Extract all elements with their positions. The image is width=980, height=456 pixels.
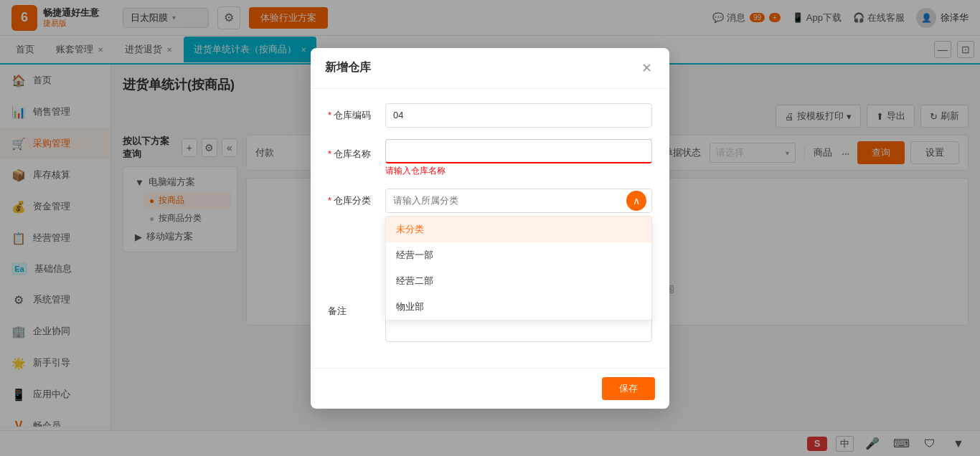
dialog-header: 新增仓库 ✕	[311, 48, 669, 89]
category-dropdown-list: 未分类 经营一部 经营二部 物业部	[385, 216, 652, 320]
category-label: 仓库分类	[328, 189, 385, 207]
notes-label: 备注	[328, 299, 385, 318]
name-label: 仓库名称	[328, 142, 385, 161]
code-label: 仓库编码	[328, 103, 385, 122]
dropdown-item-dept2[interactable]: 经营二部	[386, 268, 651, 294]
dialog-close-button[interactable]: ✕	[638, 60, 655, 77]
dropdown-item-property[interactable]: 物业部	[386, 294, 651, 320]
dialog-title: 新增仓库	[325, 60, 371, 75]
dialog-body: 仓库编码 仓库名称 请输入仓库名称 仓库分类 ∧ 未分类	[311, 89, 669, 368]
form-row-category: 仓库分类 ∧ 未分类 经营一部 经营二部 物业部	[328, 189, 652, 213]
category-select-wrap: ∧ 未分类 经营一部 经营二部 物业部	[385, 189, 652, 213]
save-button[interactable]: 保存	[602, 377, 655, 400]
name-input[interactable]	[385, 139, 652, 163]
dropdown-item-unclassified[interactable]: 未分类	[386, 217, 651, 242]
dialog-footer: 保存	[311, 368, 669, 409]
dropdown-item-dept1[interactable]: 经营一部	[386, 242, 651, 268]
form-row-name: 仓库名称 请输入仓库名称	[328, 139, 652, 177]
form-row-code: 仓库编码	[328, 103, 652, 128]
dialog-new-warehouse: 新增仓库 ✕ 仓库编码 仓库名称 请输入仓库名称 仓库分类	[311, 48, 669, 409]
category-dropdown-arrow[interactable]: ∧	[626, 191, 646, 211]
modal-overlay[interactable]: 新增仓库 ✕ 仓库编码 仓库名称 请输入仓库名称 仓库分类	[0, 0, 980, 456]
code-input[interactable]	[385, 103, 652, 128]
category-input[interactable]	[385, 189, 652, 213]
name-error-tip: 请输入仓库名称	[328, 165, 446, 177]
